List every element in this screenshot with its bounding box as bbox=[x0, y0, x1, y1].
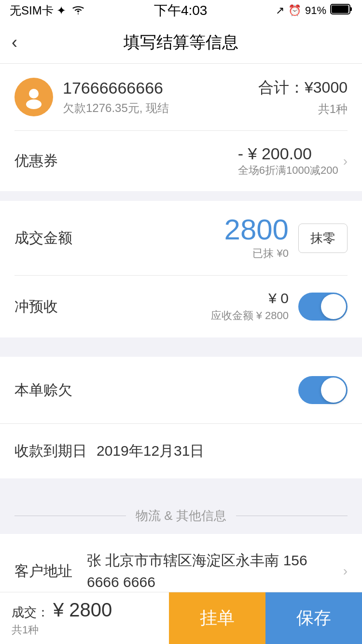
back-button[interactable]: ‹ bbox=[12, 32, 17, 53]
user-total: 合计：¥3000 共1种 bbox=[258, 77, 348, 117]
debt-section: 本单赊欠 收款到期日 2019年12月31日 bbox=[0, 357, 362, 478]
gray-separator-1 bbox=[0, 191, 362, 201]
wifi-icon bbox=[71, 4, 85, 17]
amount-right: 2800 已抹 ¥0 抹零 bbox=[224, 215, 348, 261]
status-time: 下午4:03 bbox=[154, 1, 208, 20]
debt-toggle[interactable] bbox=[298, 376, 348, 404]
prepay-receivable: 应收金额 ¥ 2800 bbox=[211, 308, 289, 323]
user-phone: 17666666666 bbox=[63, 79, 258, 98]
logistics-label: 物流 & 其他信息 bbox=[136, 507, 226, 524]
svg-rect-2 bbox=[332, 5, 348, 13]
sim-status: 无SIM卡 ✦ bbox=[10, 3, 66, 18]
amount-section: 成交金额 2800 已抹 ¥0 抹零 冲预收 ¥ 0 应收金额 ¥ 2800 bbox=[0, 201, 362, 337]
prepay-values: ¥ 0 应收金额 ¥ 2800 bbox=[211, 290, 289, 323]
logistics-header: 物流 & 其他信息 bbox=[0, 498, 362, 534]
bottom-bar: 成交： ¥ 2800 共1种 挂单 保存 bbox=[0, 592, 362, 644]
round-button[interactable]: 抹零 bbox=[298, 224, 348, 253]
nav-bar: ‹ 填写结算等信息 bbox=[0, 21, 362, 64]
page-title: 填写结算等信息 bbox=[124, 31, 238, 54]
amount-value: 2800 bbox=[224, 215, 289, 244]
coupon-label: 优惠券 bbox=[14, 151, 58, 171]
coupon-amount: - ¥ 200.00 bbox=[238, 144, 338, 163]
bottom-summary: 成交： ¥ 2800 共1种 bbox=[0, 592, 169, 644]
prepay-toggle[interactable] bbox=[298, 293, 348, 321]
prepay-label: 冲预收 bbox=[14, 297, 58, 317]
address-chevron-icon: › bbox=[343, 563, 348, 579]
location-icon: ↗ bbox=[276, 4, 284, 17]
toggle-knob bbox=[321, 294, 346, 319]
chevron-right-icon: › bbox=[343, 154, 348, 169]
address-label: 客户地址 bbox=[14, 561, 72, 581]
total-count: 共1种 bbox=[258, 101, 348, 117]
deal-label: 成交： bbox=[12, 604, 49, 621]
user-avatar-icon bbox=[22, 85, 46, 109]
amount-erased: 已抹 ¥0 bbox=[224, 246, 289, 261]
svg-rect-1 bbox=[350, 7, 352, 11]
debt-toggle-knob bbox=[321, 378, 346, 403]
alarm-icon: ⏰ bbox=[288, 4, 301, 17]
coupon-right: - ¥ 200.00 全场6折满1000减200 › bbox=[238, 144, 348, 178]
deal-amount: ¥ 2800 bbox=[53, 599, 112, 621]
bottom-deal: 成交： ¥ 2800 bbox=[12, 599, 157, 621]
date-value: 2019年12月31日 bbox=[97, 441, 204, 461]
debt-row: 本单赊欠 bbox=[0, 357, 362, 423]
battery-level: 91% bbox=[305, 4, 326, 17]
user-info-row: 17666666666 欠款1276.35元, 现结 合计：¥3000 共1种 bbox=[0, 64, 362, 130]
hang-button[interactable]: 挂单 bbox=[169, 592, 265, 644]
coupon-desc: 全场6折满1000减200 bbox=[238, 163, 338, 178]
svg-point-3 bbox=[29, 89, 39, 98]
avatar bbox=[14, 78, 53, 116]
gray-separator-2 bbox=[0, 347, 362, 357]
address-value: 张 北京市市辖区海淀区永丰南 156 6666 6666 bbox=[87, 549, 337, 593]
prepay-amount: ¥ 0 bbox=[211, 290, 289, 307]
prepay-row: 冲预收 ¥ 0 应收金额 ¥ 2800 bbox=[14, 275, 348, 337]
debt-label: 本单赊欠 bbox=[14, 380, 72, 400]
battery-icon bbox=[330, 4, 352, 17]
prepay-right: ¥ 0 应收金额 ¥ 2800 bbox=[211, 290, 348, 323]
logistics-line-right bbox=[236, 516, 348, 516]
amount-row: 成交金额 2800 已抹 ¥0 抹零 bbox=[14, 201, 348, 275]
total-amount: 合计：¥3000 bbox=[258, 77, 348, 98]
status-bar: 无SIM卡 ✦ 下午4:03 ↗ ⏰ 91% bbox=[0, 0, 362, 21]
status-right: ↗ ⏰ 91% bbox=[276, 4, 352, 17]
bottom-count: 共1种 bbox=[12, 623, 157, 637]
date-row: 收款到期日 2019年12月31日 bbox=[0, 423, 362, 478]
date-label: 收款到期日 bbox=[14, 441, 87, 461]
user-details: 17666666666 欠款1276.35元, 现结 bbox=[63, 79, 258, 116]
svg-point-4 bbox=[26, 99, 42, 109]
user-debt: 欠款1276.35元, 现结 bbox=[63, 100, 258, 116]
amount-label: 成交金额 bbox=[14, 228, 72, 248]
logistics-line-left bbox=[14, 516, 126, 516]
status-left: 无SIM卡 ✦ bbox=[10, 3, 85, 18]
coupon-row[interactable]: 优惠券 - ¥ 200.00 全场6折满1000减200 › bbox=[0, 131, 362, 191]
save-button[interactable]: 保存 bbox=[265, 592, 362, 644]
gray-separator-3 bbox=[0, 488, 362, 498]
